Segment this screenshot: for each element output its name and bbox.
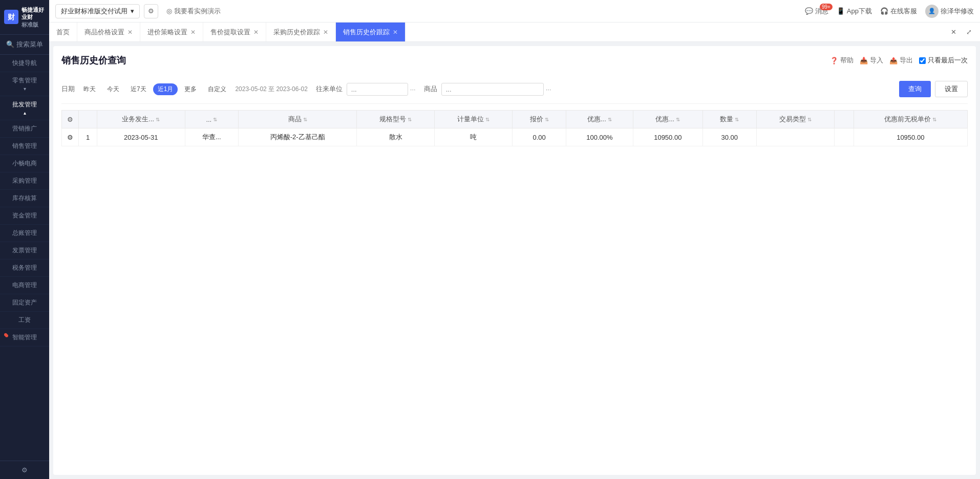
tab-purchase-strategy[interactable]: 进价策略设置 ✕ — [140, 23, 203, 42]
tab-commodity-price-close[interactable]: ✕ — [127, 29, 133, 36]
col-trade-type[interactable]: 交易类型 ⇅ — [756, 111, 834, 128]
topbar-settings-button[interactable]: ⚙ — [144, 4, 158, 18]
col-commodity-sort-icon: ⇅ — [303, 117, 307, 122]
help-link[interactable]: ❓ 帮助 — [830, 56, 854, 65]
tab-commodity-price[interactable]: 商品价格设置 ✕ — [77, 23, 140, 42]
sidebar-item-wholesale[interactable]: 批发管理 ▴ — [0, 96, 49, 120]
source-unit-more-icon[interactable]: ··· — [410, 85, 416, 93]
col-date-sort-icon: ⇅ — [156, 117, 160, 122]
row-index: 1 — [79, 128, 97, 146]
sidebar-item-quick-nav[interactable]: 快捷导航 — [0, 55, 49, 72]
sidebar-item-marketing[interactable]: 营销推广 — [0, 120, 49, 138]
smart-dot-icon — [4, 333, 7, 336]
col-qty[interactable]: 数量 ⇅ — [702, 111, 756, 128]
search-icon: 🔍 — [6, 40, 14, 48]
demo-icon: ◎ — [166, 7, 172, 15]
row-pretax-price: 10950.00 — [854, 128, 967, 146]
sidebar-item-tax[interactable]: 税务管理 — [0, 259, 49, 277]
app-download-icon: 📱 — [837, 7, 845, 15]
app-download-button[interactable]: 📱 App下载 — [837, 7, 872, 16]
user-menu[interactable]: 👤 徐泽华修改 — [925, 5, 974, 18]
col-date[interactable]: 业务发生... ⇅ — [97, 111, 185, 128]
date-btn-today[interactable]: 今天 — [102, 83, 124, 95]
tab-purchase-history[interactable]: 采购历史价跟踪 ✕ — [266, 23, 336, 42]
source-unit-label: 往来单位 — [316, 84, 343, 94]
tab-sales-history[interactable]: 销售历史价跟踪 ✕ — [336, 23, 406, 42]
sidebar-item-ecom[interactable]: 电商管理 — [0, 277, 49, 294]
sidebar-item-ecom-small[interactable]: 小畅电商 — [0, 155, 49, 172]
col-discount1-label: 优惠... — [587, 115, 606, 124]
date-btn-more[interactable]: 更多 — [180, 83, 201, 95]
sidebar-item-assets[interactable]: 固定资产 — [0, 294, 49, 312]
tab-maximize-button[interactable]: ⤢ — [962, 25, 976, 39]
sidebar-settings-button[interactable]: ⚙ — [0, 461, 49, 479]
user-avatar-icon: 👤 — [928, 8, 935, 14]
version-label: 好业财标准版交付试用 — [61, 7, 127, 16]
query-button[interactable]: 查询 — [899, 81, 931, 97]
online-service-label: 在线客服 — [890, 7, 917, 16]
settings-button[interactable]: 设置 — [935, 81, 968, 97]
col-spec[interactable]: 规格型号 ⇅ — [357, 111, 435, 128]
sidebar-item-finance[interactable]: 资金管理 — [0, 207, 49, 225]
sidebar-item-sales[interactable]: 销售管理 — [0, 138, 49, 155]
sidebar-item-inventory[interactable]: 库存核算 — [0, 190, 49, 207]
ledger-label: 总账管理 — [12, 229, 37, 237]
filter-bar: 日期 昨天 今天 近7天 近1月 更多 自定义 2023-05-02 至 202… — [61, 75, 968, 104]
settings-gear-icon: ⚙ — [22, 466, 28, 474]
last-only-checkbox[interactable] — [919, 57, 926, 64]
tab-purchase-strategy-close[interactable]: ✕ — [190, 29, 196, 36]
sales-label: 销售管理 — [12, 142, 37, 150]
col-price[interactable]: 报价 ⇅ — [513, 111, 566, 128]
app-logo-icon: 财 — [4, 10, 18, 24]
date-range-display: 2023-05-02 至 2023-06-02 — [235, 85, 307, 94]
inventory-label: 库存核算 — [12, 194, 37, 203]
date-btn-custom[interactable]: 自定义 — [203, 83, 231, 95]
source-unit-input[interactable] — [347, 83, 408, 96]
commodity-input[interactable] — [441, 83, 544, 96]
commodity-more-icon[interactable]: ··· — [546, 85, 551, 93]
col-discount2[interactable]: 优惠... ⇅ — [633, 111, 702, 128]
retail-label: 零售管理 — [12, 76, 37, 85]
row-spec: 散水 — [357, 128, 435, 146]
demo-link[interactable]: ◎ 我要看实例演示 — [166, 7, 221, 16]
headset-icon: 🎧 — [880, 7, 888, 15]
tab-home[interactable]: 首页 — [49, 23, 77, 42]
col-discount1[interactable]: 优惠... ⇅ — [566, 111, 633, 128]
tab-close-all-button[interactable]: ✕ — [946, 25, 961, 39]
online-service-button[interactable]: 🎧 在线客服 — [880, 7, 917, 16]
row-price: 0.00 — [513, 128, 566, 146]
tax-label: 税务管理 — [12, 264, 37, 272]
date-btn-7days[interactable]: 近7天 — [126, 83, 151, 95]
quick-nav-label: 快捷导航 — [12, 59, 37, 68]
row-unit: 吨 — [435, 128, 513, 146]
last-only-label: 只看最后一次 — [928, 56, 968, 65]
sidebar-search[interactable]: 🔍 搜索菜单 — [0, 35, 49, 55]
col-settings[interactable]: ⚙ — [62, 111, 79, 128]
last-only-checkbox-label[interactable]: 只看最后一次 — [919, 56, 968, 65]
sidebar-item-payroll[interactable]: 工资 — [0, 312, 49, 329]
col-unit[interactable]: 计量单位 ⇅ — [435, 111, 513, 128]
sidebar-item-ledger[interactable]: 总账管理 — [0, 225, 49, 242]
message-badge: 99+ — [820, 4, 833, 10]
sidebar-item-purchase[interactable]: 采购管理 — [0, 172, 49, 190]
tab-sale-extract[interactable]: 售价提取设置 ✕ — [203, 23, 266, 42]
tab-sales-history-close[interactable]: ✕ — [393, 29, 398, 36]
message-button[interactable]: 💬 消息 99+ — [805, 7, 828, 16]
col-commodity[interactable]: 商品 ⇅ — [239, 111, 357, 128]
sidebar-item-retail[interactable]: 零售管理 ▾ — [0, 72, 49, 96]
version-select[interactable]: 好业财标准版交付试用 ▾ — [55, 4, 140, 18]
import-button[interactable]: 📥 导入 — [860, 56, 883, 65]
tab-purchase-history-close[interactable]: ✕ — [323, 29, 328, 36]
col-more[interactable]: ... ⇅ — [185, 111, 239, 128]
date-btn-yesterday[interactable]: 昨天 — [79, 83, 100, 95]
topbar-right: 💬 消息 99+ 📱 App下载 🎧 在线客服 👤 徐泽华修改 — [805, 5, 974, 18]
sidebar-item-smart[interactable]: 智能管理 — [0, 329, 49, 346]
tab-sale-extract-close[interactable]: ✕ — [253, 29, 259, 36]
col-pretax-price[interactable]: 优惠前无税单价 ⇅ — [854, 111, 967, 128]
date-btn-1month[interactable]: 近1月 — [153, 83, 178, 95]
export-button[interactable]: 📤 导出 — [889, 56, 913, 65]
sidebar-item-invoice[interactable]: 发票管理 — [0, 242, 49, 259]
row-settings-cell[interactable]: ⚙ — [62, 128, 79, 146]
message-icon: 💬 — [805, 7, 813, 15]
help-label: 帮助 — [840, 56, 854, 65]
